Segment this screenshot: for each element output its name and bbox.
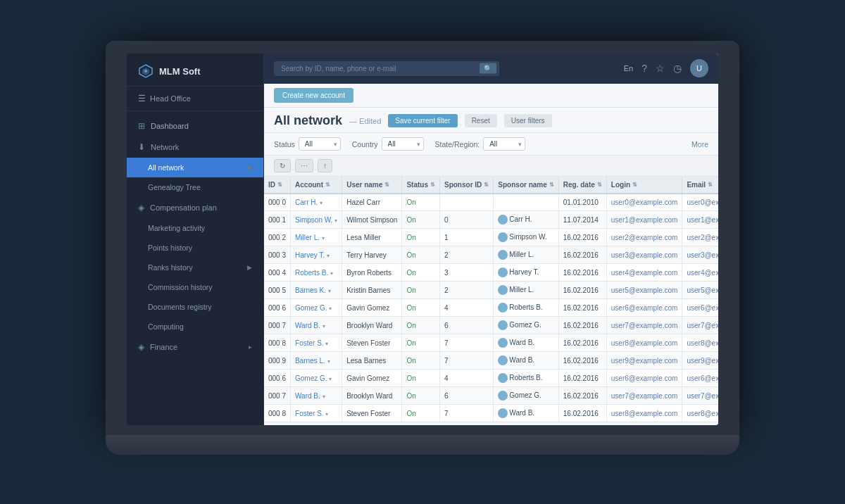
status-select[interactable]: All On Off: [299, 137, 341, 151]
svg-point-2: [144, 70, 147, 73]
head-office-label: Head Office: [150, 94, 191, 103]
cell-id: 000 9: [264, 352, 291, 370]
user-filters-button[interactable]: User filters: [504, 114, 552, 127]
save-filter-button[interactable]: Save current filter: [388, 114, 457, 127]
cell-email: user3@example.com: [682, 246, 718, 264]
help-icon[interactable]: ?: [641, 63, 647, 74]
sidebar-item-ranks[interactable]: Ranks history ▶: [127, 258, 263, 277]
th-email[interactable]: Email ⇅: [682, 177, 718, 194]
cell-account[interactable]: Barnes K. ▾: [291, 282, 342, 299]
cell-sponsor-id: 7: [439, 352, 493, 370]
app-container: MLM Soft ☰ Head Office ⊞ Dashboard ⬇: [127, 53, 718, 425]
th-id[interactable]: ID ⇅: [264, 177, 291, 194]
cell-sponsor-name: Ward B.: [494, 352, 558, 370]
cell-account[interactable]: Harvey T. ▾: [291, 246, 342, 264]
sidebar-item-marketing[interactable]: Marketing activity: [127, 218, 263, 238]
cell-login: user0@example.com: [606, 194, 682, 211]
table-row[interactable]: 000 7 Ward B. ▾ Brooklyn Ward On 6 Gomez…: [264, 317, 718, 334]
sidebar-item-documents[interactable]: Documents registry: [127, 297, 263, 317]
table-row[interactable]: 000 6 Gomez G. ▾ Gavin Gomez On 4 Robert…: [264, 370, 718, 387]
cell-account[interactable]: Ward B. ▾: [291, 387, 342, 405]
table-row[interactable]: 000 7 Ward B. ▾ Brooklyn Ward On 6 Gomez…: [264, 387, 718, 405]
cell-sponsor-id: 7: [439, 334, 493, 352]
cell-status: On: [402, 211, 440, 229]
sidebar-item-compensation[interactable]: ◈ Compensation plan: [127, 197, 263, 218]
cell-email: user5@example.com: [682, 282, 718, 299]
sidebar-item-dashboard[interactable]: ⊞ Dashboard: [127, 115, 263, 137]
more-filters-link[interactable]: More: [691, 140, 708, 149]
cell-email: user2@example.com: [682, 229, 718, 246]
th-sponsor-name[interactable]: Sponsor name ⇅: [494, 177, 558, 194]
cell-account[interactable]: Foster S. ▾: [291, 405, 342, 422]
country-select[interactable]: All: [382, 137, 424, 151]
cell-status: On: [402, 352, 440, 370]
laptop-shell: MLM Soft ☰ Head Office ⊞ Dashboard ⬇: [106, 41, 739, 463]
cell-account[interactable]: Gomez G. ▾: [291, 299, 342, 317]
language-selector[interactable]: En: [624, 64, 633, 73]
avatar[interactable]: U: [690, 59, 708, 77]
compensation-icon: ◈: [138, 203, 144, 213]
sidebar-item-network[interactable]: ⬇ Network: [127, 137, 263, 158]
sidebar-item-all-network[interactable]: All network ▶: [127, 158, 263, 177]
cell-email: user6@example.com: [682, 299, 718, 317]
table-row[interactable]: 000 0 Carr H. ▾ Hazel Carr On 01.01.2010…: [264, 194, 718, 211]
table-row[interactable]: 000 3 Harvey T. ▾ Terry Harvey On 2 Mill…: [264, 246, 718, 264]
create-account-button[interactable]: Create new account: [274, 88, 353, 103]
th-login[interactable]: Login ⇅: [606, 177, 682, 194]
cell-account[interactable]: Roberts B. ▾: [291, 264, 342, 282]
screen-bezel: MLM Soft ☰ Head Office ⊞ Dashboard ⬇: [106, 41, 739, 435]
table-row[interactable]: 000 8 Foster S. ▾ Steven Foster On 7 War…: [264, 334, 718, 352]
table-row[interactable]: 000 8 Foster S. ▾ Steven Foster On 7 War…: [264, 405, 718, 422]
cell-id: 000 1: [264, 211, 291, 229]
table-row[interactable]: 000 4 Roberts B. ▾ Byron Roberts On 3 Ha…: [264, 264, 718, 282]
th-status[interactable]: Status ⇅: [402, 177, 440, 194]
table-row[interactable]: 000 6 Gomez G. ▾ Gavin Gomez On 4 Robert…: [264, 299, 718, 317]
table-row[interactable]: 000 5 Barnes K. ▾ Kristin Barnes On 2 Mi…: [264, 282, 718, 299]
th-sponsor-id[interactable]: Sponsor ID ⇅: [439, 177, 493, 194]
th-reg-date[interactable]: Reg. date ⇅: [558, 177, 606, 194]
th-account[interactable]: Account ⇅: [291, 177, 342, 194]
sidebar-item-label: Network: [151, 143, 179, 151]
cell-reg-date: 16.02.2016: [558, 387, 606, 405]
cell-email: user6@example.com: [682, 370, 718, 387]
table-row[interactable]: 000 1 Simpson W. ▾ Wilmot Simpson On 0 C…: [264, 211, 718, 229]
cell-account[interactable]: Carr H. ▾: [291, 194, 342, 211]
sidebar-item-finance[interactable]: ◈ Finance ▸: [127, 336, 263, 358]
sidebar-item-commission[interactable]: Commission history: [127, 277, 263, 297]
cell-sponsor-name: Harvey T.: [494, 264, 558, 282]
state-filter: State/Region: All: [435, 137, 526, 151]
sidebar-item-points[interactable]: Points history: [127, 238, 263, 258]
cell-login: user3@example.com: [606, 246, 682, 264]
table-header-row: ID ⇅ Account ⇅ User name ⇅ Status ⇅ Spon…: [264, 177, 718, 194]
sidebar-item-genealogy-tree[interactable]: Genealogy Tree: [127, 177, 263, 197]
cell-status: On: [402, 246, 440, 264]
columns-button[interactable]: ⋯: [295, 159, 313, 172]
search-input[interactable]: [274, 61, 499, 76]
cell-id: 000 6: [264, 370, 291, 387]
th-username[interactable]: User name ⇅: [342, 177, 402, 194]
sidebar-item-computing[interactable]: Computing: [127, 317, 263, 336]
cell-account[interactable]: Barnes L. ▾: [291, 352, 342, 370]
reset-button[interactable]: Reset: [465, 114, 497, 127]
cell-username: Terry Harvey: [342, 246, 402, 264]
nav-arrow: ▶: [247, 164, 252, 171]
cell-sponsor-id: 6: [439, 387, 493, 405]
laptop-bottom: [106, 435, 739, 455]
search-button[interactable]: 🔍: [480, 63, 496, 74]
cell-account[interactable]: Miller L. ▾: [291, 229, 342, 246]
table-row[interactable]: 000 2 Miller L. ▾ Lesa Miller On 1 Simps…: [264, 229, 718, 246]
cell-id: 000 3: [264, 246, 291, 264]
table-row[interactable]: 000 9 Barnes L. ▾ Lesa Barnes On 7 Ward …: [264, 352, 718, 370]
cell-status: On: [402, 194, 440, 211]
refresh-button[interactable]: ↻: [274, 159, 291, 172]
cell-account[interactable]: Ward B. ▾: [291, 317, 342, 334]
star-icon[interactable]: ☆: [656, 63, 665, 74]
cell-account[interactable]: Foster S. ▾: [291, 334, 342, 352]
clock-icon[interactable]: ◷: [673, 63, 682, 74]
export-button[interactable]: ↑: [318, 159, 332, 172]
cell-account[interactable]: Simpson W. ▾: [291, 211, 342, 229]
status-filter: Status All On Off: [274, 137, 341, 151]
cell-account[interactable]: Gomez G. ▾: [291, 370, 342, 387]
state-select[interactable]: All: [483, 137, 525, 151]
cell-reg-date: 16.02.2016: [558, 352, 606, 370]
